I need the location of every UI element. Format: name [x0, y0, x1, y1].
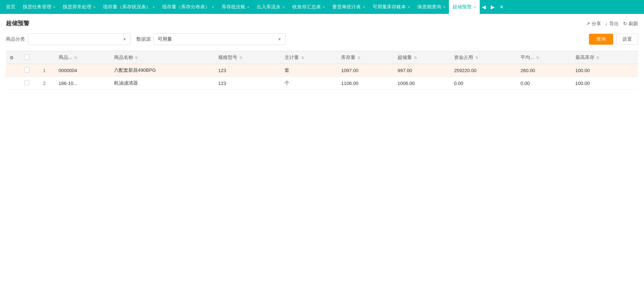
row-cell: 机油滤清器 — [110, 77, 215, 90]
th-index — [34, 51, 55, 64]
nav-item-要货单统计表[interactable]: 要货单统计表× — [329, 0, 369, 14]
sort-icon: ⇅ — [135, 56, 138, 60]
th-settings: ⚙ — [6, 51, 21, 64]
row-cell: 0.00 — [450, 77, 517, 90]
row-cell: 个 — [281, 77, 337, 90]
refresh-button[interactable]: ↻ 刷新 — [623, 21, 638, 27]
datasource-label: 数据源 — [136, 36, 151, 42]
nav-item-出入库流水[interactable]: 出入库流水× — [253, 0, 288, 14]
row-cell: 1097.00 — [337, 64, 394, 77]
extra-arrow[interactable]: ✕ — [497, 0, 506, 14]
table-body: 10000004六配套新昌490BPG123套1097.00997.002592… — [6, 64, 638, 90]
chevron-down-icon: ▼ — [278, 37, 282, 41]
nav-item-可用量库存账本[interactable]: 可用量库存账本× — [369, 0, 414, 14]
category-filter: 商品分类 ▼ — [6, 33, 131, 45]
title-actions: ↗ 分享 ↓ 导出 ↻ 刷新 — [586, 21, 638, 27]
settings-button[interactable]: 设置 — [616, 34, 638, 45]
datasource-filter: 数据源 可用量 ▼ — [136, 33, 286, 45]
row-cell: 186-10... — [55, 77, 110, 90]
nav-item-拣货异常处理[interactable]: 拣货异常处理× — [59, 0, 99, 14]
table-header: ⚙ 商品... ⇅ 商品名称 ⇅ 规格型号 ⇅ — [6, 51, 638, 64]
share-button[interactable]: ↗ 分享 — [586, 21, 601, 27]
close-icon[interactable]: × — [408, 5, 410, 9]
sort-icon: ⇅ — [414, 56, 417, 60]
nav-item-收发存汇总表[interactable]: 收发存汇总表× — [289, 0, 329, 14]
nav-item-现存量库存分布表[interactable]: 现存量（库存分布表）× — [158, 0, 217, 14]
close-icon[interactable]: × — [247, 5, 249, 9]
row-cell: 259220.00 — [450, 64, 517, 77]
close-icon[interactable]: × — [153, 5, 155, 9]
row-cell: 123 — [215, 64, 281, 77]
nav-item-库存批次账[interactable]: 库存批次账× — [218, 0, 253, 14]
share-icon: ↗ — [586, 21, 590, 26]
row-cell: 997.00 — [394, 64, 450, 77]
close-icon[interactable]: × — [93, 5, 95, 9]
close-icon[interactable]: × — [473, 5, 476, 9]
th-check — [21, 51, 34, 64]
row-number: 1 — [34, 64, 55, 77]
th-stock: 库存量 ⇅ — [337, 51, 394, 64]
nav-item-首页[interactable]: 首页 — [2, 0, 19, 14]
nav-item-拣货任务管理[interactable]: 拣货任务管理× — [19, 0, 59, 14]
chevron-down-icon: ▼ — [122, 37, 127, 41]
row-cell: 套 — [281, 64, 337, 77]
row-cell: 100.00 — [572, 64, 638, 77]
prev-arrow[interactable]: ◀ — [480, 0, 489, 14]
sort-icon: ⇅ — [596, 56, 599, 60]
row-settings-cell — [6, 64, 21, 77]
next-arrow[interactable]: ▶ — [489, 0, 497, 14]
page-title: 超储预警 — [6, 20, 29, 27]
nav-item-保质期查询[interactable]: 保质期查询× — [414, 0, 449, 14]
row-cell: 0000004 — [55, 64, 110, 77]
close-icon[interactable]: × — [323, 5, 325, 9]
main-content: 超储预警 ↗ 分享 ↓ 导出 ↻ 刷新 商品分类 ▼ 数据源 — [0, 14, 644, 293]
table-row: 10000004六配套新昌490BPG123套1097.00997.002592… — [6, 64, 638, 77]
row-cell: 六配套新昌490BPG — [110, 64, 215, 77]
row-cell: 1106.00 — [337, 77, 394, 90]
close-icon[interactable]: × — [53, 5, 55, 9]
th-overstock: 超储量 ⇅ — [394, 51, 450, 64]
th-spec: 规格型号 ⇅ — [215, 51, 281, 64]
page-title-row: 超储预警 ↗ 分享 ↓ 导出 ↻ 刷新 — [6, 20, 638, 27]
refresh-icon: ↻ — [623, 21, 627, 26]
close-icon[interactable]: × — [363, 5, 365, 9]
sort-icon: ⇅ — [475, 56, 478, 60]
settings-icon: ⚙ — [10, 55, 14, 60]
category-label: 商品分类 — [6, 36, 25, 42]
row-number: 2 — [34, 77, 55, 90]
th-name: 商品名称 ⇅ — [110, 51, 215, 64]
th-capital: 资金占用 ⇅ — [450, 51, 517, 64]
header-checkbox[interactable] — [24, 55, 29, 60]
table-row: 2186-10...机油滤清器123个1106.001006.000.000.0… — [6, 77, 638, 90]
row-cell: 1006.00 — [394, 77, 450, 90]
row-cell: 123 — [215, 77, 281, 90]
th-unit: 主计量 ⇅ — [281, 51, 337, 64]
row-settings-cell — [6, 77, 21, 90]
category-select[interactable]: ▼ — [28, 33, 131, 45]
row-cell: 0.00 — [517, 77, 571, 90]
th-code: 商品... ⇅ — [55, 51, 110, 64]
nav-item-现存量库存状况表[interactable]: 现存量（库存状况表）× — [99, 0, 158, 14]
sort-icon: ⇅ — [358, 56, 361, 60]
close-icon[interactable]: × — [212, 5, 214, 9]
row-checkbox[interactable] — [24, 80, 29, 85]
export-button[interactable]: ↓ 导出 — [605, 21, 619, 27]
query-button[interactable]: 查询 — [589, 34, 613, 45]
close-icon[interactable]: × — [443, 5, 445, 9]
row-check-cell — [21, 77, 34, 90]
row-cell: 100.00 — [572, 77, 638, 90]
sort-icon: ⇅ — [74, 56, 77, 60]
nav-item-超储预警[interactable]: 超储预警× — [449, 0, 479, 14]
th-avg: 平均... ⇅ — [517, 51, 571, 64]
action-buttons: 查询 设置 — [589, 34, 638, 45]
export-icon: ↓ — [605, 21, 608, 26]
close-icon[interactable]: × — [282, 5, 285, 9]
top-nav: 首页拣货任务管理×拣货异常处理×现存量（库存状况表）×现存量（库存分布表）×库存… — [0, 0, 644, 14]
data-table: ⚙ 商品... ⇅ 商品名称 ⇅ 规格型号 ⇅ — [6, 51, 638, 90]
sort-icon: ⇅ — [301, 56, 304, 60]
row-cell: 260.00 — [517, 64, 571, 77]
row-checkbox[interactable] — [24, 67, 29, 73]
th-maxstock: 最高库存 ⇅ — [572, 51, 638, 64]
sort-icon: ⇅ — [239, 56, 242, 60]
datasource-select[interactable]: 可用量 ▼ — [154, 33, 286, 45]
